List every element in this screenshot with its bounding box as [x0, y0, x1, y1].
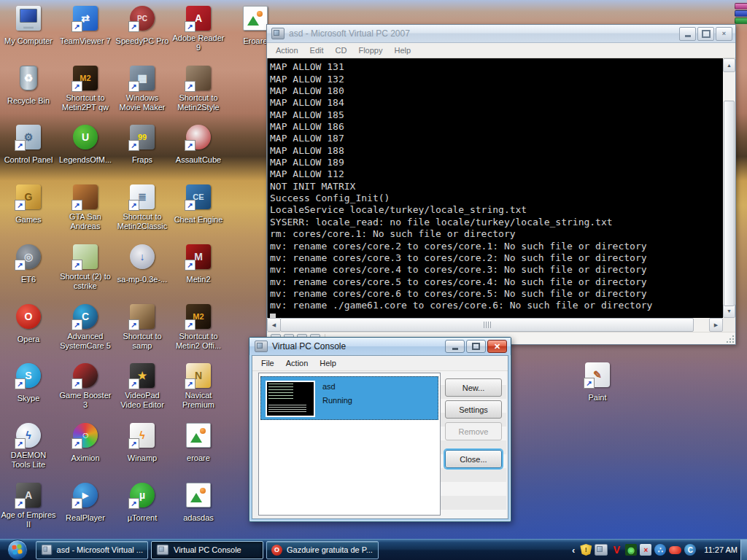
- shortcut-arrow-icon: ↗: [128, 438, 139, 449]
- virtual-pc-tray-icon[interactable]: [595, 544, 608, 556]
- console-window-titlebar[interactable]: Virtual PC Console ✕: [249, 338, 511, 355]
- desktop-icon-aximion[interactable]: ○↗Aximion: [57, 422, 114, 464]
- desktop-icon-skype[interactable]: S↗Skype: [0, 362, 57, 404]
- desktop-icon-sa-mp-0-3e[interactable]: ↓sa-mp-0.3e-...: [114, 244, 171, 285]
- desktop-icon-advanced-systemcare-5[interactable]: C↗Advanced SystemCare 5: [57, 303, 114, 351]
- desktop-icon-videopad-video-editor[interactable]: ★↗VideoPad Video Editor: [114, 362, 171, 411]
- virtual-pc-icon: [42, 545, 52, 555]
- vm-list-item-asd[interactable]: asd Running: [260, 376, 438, 420]
- taskbar-task-gazduire-gratuita-de-p[interactable]: OGazduire gratuita de P...: [266, 541, 379, 559]
- desktop-icon-my-computer[interactable]: My Computer: [0, 5, 57, 47]
- vm-window-titlebar[interactable]: asd - Microsoft Virtual PC 2007 ×: [267, 25, 735, 43]
- shortcut-arrow-icon: ↗: [128, 378, 139, 389]
- taskbar-edge-strip[interactable]: [740, 540, 747, 560]
- desktop-icon-speedypc-pro[interactable]: PC↗SpeedyPC Pro: [114, 5, 171, 47]
- shortcut-to-samp-icon: ↗: [129, 303, 155, 330]
- desktop-icon-windows-movie-maker[interactable]: ▦↗Windows Movie Maker: [114, 65, 171, 113]
- settings-button[interactable]: Settings: [445, 400, 502, 419]
- skype-icon: S↗: [15, 362, 42, 389]
- console-line: MAP ALLOW 186: [270, 121, 723, 133]
- tray-expand-chevron[interactable]: ‹: [570, 545, 577, 556]
- shortcut-arrow-icon: ↗: [15, 498, 26, 509]
- vertical-scrollbar[interactable]: ▲ ▼: [723, 58, 735, 318]
- desktop-icon-legendsofm[interactable]: ULegendsOfM...: [57, 124, 114, 166]
- desktop-icon-shortcut-to-metin2-offi[interactable]: M2↗Shortcut to Metin2 Offi...: [170, 303, 227, 351]
- desktop-icon-torrent[interactable]: µ↗µTorrent: [114, 482, 171, 524]
- menu-help[interactable]: Help: [388, 44, 417, 56]
- close-button[interactable]: Close...: [445, 450, 502, 468]
- desktop-icon-realplayer[interactable]: ▶↗RealPlayer: [57, 482, 114, 524]
- vm-console-screen[interactable]: MAP ALLOW 130MAP ALLOW 131MAP ALLOW 132M…: [267, 58, 723, 318]
- desktop-icon-shortcut-to-metin2classic[interactable]: ≣↗Shortcut to Metin2Classic: [114, 184, 171, 232]
- menu-edit[interactable]: Edit: [304, 44, 330, 56]
- horizontal-scrollbar[interactable]: ◀ ▶: [267, 318, 723, 332]
- menu-cd[interactable]: CD: [330, 44, 353, 56]
- desktop-icon-teamviewer-7[interactable]: ⇄↗TeamViewer 7: [57, 5, 114, 47]
- desktop-icon-cheat-engine[interactable]: CE↗Cheat Engine: [170, 184, 227, 225]
- desktop-icon-gta-san-andreas[interactable]: ↗GTA San Andreas: [57, 184, 114, 232]
- sa-mp-0-3e-icon: ↓: [129, 244, 155, 270]
- blue-c-tray-icon[interactable]: C: [684, 544, 696, 556]
- desktop-icon-game-booster-3[interactable]: ↗Game Booster 3: [57, 362, 114, 411]
- desktop-icon-assaultcube[interactable]: ↗AssaultCube: [170, 124, 227, 166]
- vertical-scroll-thumb[interactable]: [724, 101, 735, 306]
- security-shield-tray-icon[interactable]: !: [580, 544, 592, 556]
- realplayer-icon: ▶↗: [72, 482, 98, 508]
- network-error-tray-icon[interactable]: ×: [640, 544, 651, 556]
- green-eye-tray-icon[interactable]: ◉: [625, 544, 637, 556]
- scroll-left-button[interactable]: ◀: [267, 318, 281, 332]
- desktop-icon-label: Control Panel: [4, 155, 53, 165]
- menu-floppy[interactable]: Floppy: [352, 44, 388, 56]
- scroll-up-button[interactable]: ▲: [723, 58, 735, 72]
- desktop-icon-paint[interactable]: ✎↗Paint: [569, 362, 626, 403]
- minimize-button[interactable]: [445, 340, 465, 353]
- desktop-icon-daemon-tools-lite[interactable]: ϟ↗DAEMON Tools Lite: [0, 422, 57, 470]
- desktop-icon-shortcut-to-metin2pt-qw[interactable]: M2↗Shortcut to Metin2PT qw: [57, 65, 114, 113]
- blue-dots-tray-icon[interactable]: ∴: [654, 544, 666, 556]
- desktop-icon-winamp[interactable]: ϟ↗Winamp: [114, 422, 171, 464]
- taskbar-task-virtual-pc-console[interactable]: Virtual PC Console: [151, 541, 263, 559]
- desktop-icon-games[interactable]: G↗Games: [0, 184, 57, 225]
- resize-grip[interactable]: [726, 335, 735, 343]
- antivirus-v-tray-icon[interactable]: V: [611, 544, 622, 556]
- desktop-icon-navicat-premium[interactable]: N↗Navicat Premium: [170, 362, 227, 411]
- desktop-icon-recycle-bin[interactable]: ♻Recycle Bin: [0, 65, 57, 106]
- desktop-icon-eroare[interactable]: eroare: [170, 422, 227, 464]
- desktop-icon-adobe-reader-9[interactable]: A↗Adobe Reader 9: [170, 5, 227, 53]
- desktop-icon-control-panel[interactable]: ⚙↗Control Panel: [0, 124, 57, 166]
- start-button[interactable]: [7, 540, 28, 560]
- menu-action[interactable]: Action: [280, 357, 314, 369]
- winrar-desktop-icon[interactable]: [735, 3, 747, 23]
- close-button[interactable]: ×: [716, 27, 732, 41]
- scroll-right-button[interactable]: ▶: [709, 318, 723, 332]
- desktop-icon-fraps[interactable]: 99↗Fraps: [114, 124, 171, 166]
- new-button[interactable]: New...: [445, 378, 502, 397]
- desktop-icon-label: DAEMON Tools Lite: [1, 451, 56, 470]
- desktop-icon-age-of-empires-ii[interactable]: A↗Age of Empires II: [0, 482, 57, 530]
- desktop-icon-shortcut-to-samp[interactable]: ↗Shortcut to samp: [114, 303, 171, 351]
- desktop-icon-label: Game Booster 3: [58, 391, 113, 410]
- vm-listbox[interactable]: asd Running: [258, 373, 441, 516]
- desktop-icon-shortcut-2-to-cstrike[interactable]: ↗Shortcut (2) to cstrike: [57, 244, 114, 292]
- desktop-icon-et6[interactable]: ◎↗ET6: [0, 244, 57, 285]
- desktop-icon-opera[interactable]: OOpera: [0, 303, 57, 345]
- horizontal-scroll-thumb[interactable]: [280, 318, 694, 332]
- maximize-button[interactable]: [697, 27, 714, 41]
- menu-action[interactable]: Action: [270, 44, 304, 56]
- console-line: MAP ALLOW 180: [270, 85, 723, 97]
- red-capsule-tray-icon[interactable]: [669, 546, 681, 554]
- desktop-icon-shortcut-to-metin2style[interactable]: ↗Shortcut to Metin2Style: [170, 65, 227, 113]
- menu-file[interactable]: File: [255, 357, 280, 369]
- desktop-icon-adasdas[interactable]: adasdas: [170, 482, 227, 524]
- et6-icon: ◎↗: [15, 244, 42, 270]
- shortcut-arrow-icon: ↗: [71, 438, 82, 449]
- shortcut-arrow-icon: ↗: [71, 378, 82, 389]
- maximize-button[interactable]: [466, 340, 486, 353]
- minimize-button[interactable]: [679, 27, 696, 41]
- desktop-icon-label: RealPlayer: [66, 513, 105, 523]
- menu-help[interactable]: Help: [314, 357, 342, 369]
- my-computer-icon: [15, 5, 42, 31]
- taskbar-task-asd-microsoft-virtual[interactable]: asd - Microsoft Virtual ...: [36, 541, 148, 559]
- desktop-icon-metin2[interactable]: M↗Metin2: [170, 244, 227, 285]
- close-button[interactable]: ✕: [487, 340, 507, 353]
